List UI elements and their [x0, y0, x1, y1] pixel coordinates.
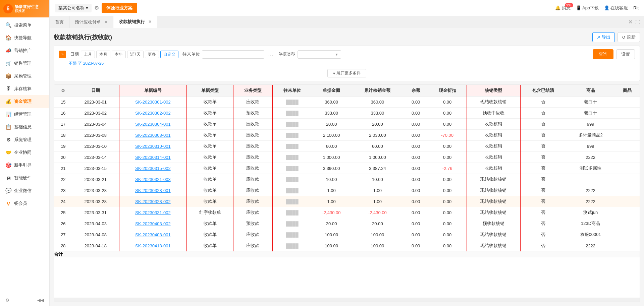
doc-no-link[interactable]: SK-20230328-001	[135, 188, 171, 193]
cell-hxtype: 现结收款核销	[467, 185, 520, 196]
tab-prepay[interactable]: 预计应收付单 ✕	[69, 16, 113, 28]
doc-no-link[interactable]: SK-20230315-002	[135, 166, 171, 171]
tab-prepay-close[interactable]: ✕	[104, 20, 108, 24]
doc-no-link[interactable]: SK-20230310-001	[135, 144, 171, 149]
cell-discount: -2.76	[428, 163, 467, 174]
sidebar-item-purchase[interactable]: 📦 采购管理	[0, 70, 49, 82]
cell-no: 23	[54, 185, 72, 196]
cell-product2	[615, 207, 640, 218]
sidebar-item-marketing[interactable]: 📣 营销推广	[0, 44, 49, 57]
sidebar-item-member[interactable]: V 畅会员	[0, 197, 49, 210]
cell-balance: 0.00	[404, 229, 428, 240]
message-icon: 🔔	[555, 5, 560, 10]
date-btn-this-year[interactable]: 本年	[112, 51, 126, 58]
top-bar: 某某公司名称 ▾ ⚙ 体验行业方案 🔔 消息 99+ 📱 App下载 👤 在线客…	[50, 0, 644, 16]
user-name[interactable]: Rit	[633, 5, 639, 10]
close-all-icon[interactable]: ✕	[628, 19, 633, 25]
sidebar-item-operation[interactable]: 📊 经营管理	[0, 108, 49, 121]
cell-product2	[615, 229, 640, 240]
sidebar-item-search[interactable]: 🔍 搜索菜单	[0, 19, 49, 32]
doc-no-link[interactable]: SK-20230331-002	[135, 210, 171, 215]
cell-included: 否	[520, 218, 566, 229]
online-service-link[interactable]: 👤 在线客服	[604, 5, 628, 11]
cell-discount: 0.00	[428, 119, 467, 130]
doc-no-link[interactable]: SK-20230304-001	[135, 122, 171, 127]
doc-no-link[interactable]: SK-20230301-002	[135, 100, 171, 105]
horizontal-scrollbar[interactable]	[54, 298, 640, 302]
cell-product1: 123D商品	[566, 218, 615, 229]
sidebar-item-inventory[interactable]: 🗄 库存核算	[0, 82, 49, 95]
cell-balance: 0.00	[404, 119, 428, 130]
filter-collapse-button[interactable]: »	[59, 51, 66, 58]
date-btn-this-month[interactable]: 本月	[96, 51, 110, 58]
cell-hxtype: 预收款核销	[467, 218, 520, 229]
date-btn-more[interactable]: 更多	[145, 51, 159, 58]
app-download-link[interactable]: 📱 App下载	[576, 5, 599, 11]
expand-button[interactable]: ▾ 展开更多条件	[327, 69, 366, 77]
sidebar-item-basic[interactable]: 📋 基础信息	[0, 121, 49, 133]
company-selector[interactable]: 某某公司名称 ▾	[55, 4, 92, 12]
cell-doctype: 收款单	[187, 130, 233, 141]
cell-product1: 测试jun	[566, 207, 615, 218]
partner-input[interactable]	[202, 50, 264, 59]
inventory-icon: 🗄	[5, 86, 11, 92]
doc-no-link[interactable]: SK-20230314-001	[135, 155, 171, 160]
cell-doctype: 收款单	[187, 218, 233, 229]
cell-partner: ████	[273, 240, 312, 251]
cell-docno: SK-20230408-001	[119, 229, 187, 240]
col-partner: 往来单位	[273, 85, 312, 97]
doc-no-link[interactable]: SK-20230302-002	[135, 111, 171, 116]
sidebar-label-operation: 经营管理	[14, 111, 32, 117]
sidebar-item-sales[interactable]: 🛒 销售管理	[0, 57, 49, 70]
sidebar-item-wechat[interactable]: 💬 企业微信	[0, 184, 49, 197]
table-container[interactable]: ⚙ 日期 单据编号 单据类型 业务类型 往来单位 单据金额 累计核销金额 余额 …	[54, 85, 640, 298]
setting-button[interactable]: 设置	[616, 49, 635, 59]
cell-cumamount: 3,387.24	[352, 163, 404, 174]
cell-balance: 0.00	[404, 97, 428, 108]
date-btn-7days[interactable]: 近7天	[127, 51, 144, 58]
maximize-icon[interactable]: ⛶	[635, 19, 640, 25]
sidebar-item-guide[interactable]: 🎯 新手引导	[0, 159, 49, 172]
cell-balance: 0.00	[404, 141, 428, 152]
exp-button[interactable]: 体验行业方案	[102, 3, 137, 13]
doctype-select[interactable]	[298, 50, 341, 59]
cell-cumamount: 2,030.00	[352, 130, 404, 141]
doc-no-link[interactable]: SK-20230308-001	[135, 133, 171, 138]
cell-hxtype: 收款核销	[467, 119, 520, 130]
column-settings-icon[interactable]: ⚙	[61, 88, 65, 93]
sidebar-item-system[interactable]: ⚙ 系统管理	[0, 133, 49, 146]
date-range-value: 不限 至 2023-07-26	[69, 61, 104, 66]
collapse-icon[interactable]: ◀◀	[37, 298, 44, 303]
cell-balance: 0.00	[404, 130, 428, 141]
doc-no-link[interactable]: SK-20230418-001	[135, 243, 171, 248]
date-btn-last-month[interactable]: 上月	[81, 51, 95, 58]
refresh-button[interactable]: ↺ 刷新	[618, 32, 640, 42]
sidebar-item-enterprise[interactable]: 🤝 企业协同	[0, 146, 49, 159]
table-row: 21 2023-03-15 SK-20230315-002 收款单 应收款 ██…	[54, 163, 640, 174]
sidebar-item-finance[interactable]: 💰 资金管理	[0, 95, 49, 108]
cell-hxtype: 收款核销	[467, 130, 520, 141]
settings-icon[interactable]: ⚙	[94, 5, 99, 11]
settings-bottom-icon[interactable]: ⚙	[5, 298, 9, 303]
message-button[interactable]: 🔔 消息 99+	[555, 5, 571, 11]
cell-discount: 0.00	[428, 207, 467, 218]
tab-current[interactable]: 收款核销执行 ✕	[113, 16, 157, 28]
export-label: 导出	[602, 34, 610, 40]
service-icon: 👤	[604, 5, 609, 10]
sidebar-item-nav[interactable]: 🏠 快捷导航	[0, 32, 49, 44]
cell-product2	[615, 141, 640, 152]
sidebar-item-hardware[interactable]: 🖥 智能硬件	[0, 172, 49, 184]
doc-no-link[interactable]: SK-20230321-003	[135, 177, 171, 182]
cell-partner: ████	[273, 141, 312, 152]
date-btn-custom[interactable]: 自定义	[160, 51, 178, 58]
tab-home[interactable]: 首页	[50, 16, 69, 28]
top-bar-right: 🔔 消息 99+ 📱 App下载 👤 在线客服 Rit	[555, 5, 639, 11]
doc-no-link[interactable]: SK-20230328-002	[135, 199, 171, 204]
date-buttons: 上月 本月 本年 近7天 更多 自定义	[81, 51, 178, 58]
query-button[interactable]: 查询	[593, 49, 613, 59]
export-button[interactable]: ↗ 导出	[592, 32, 615, 42]
cell-docno: SK-20230321-003	[119, 174, 187, 185]
doc-no-link[interactable]: SK-20230408-001	[135, 232, 171, 237]
doc-no-link[interactable]: SK-20230403-002	[135, 221, 171, 226]
tab-current-close[interactable]: ✕	[148, 19, 152, 24]
